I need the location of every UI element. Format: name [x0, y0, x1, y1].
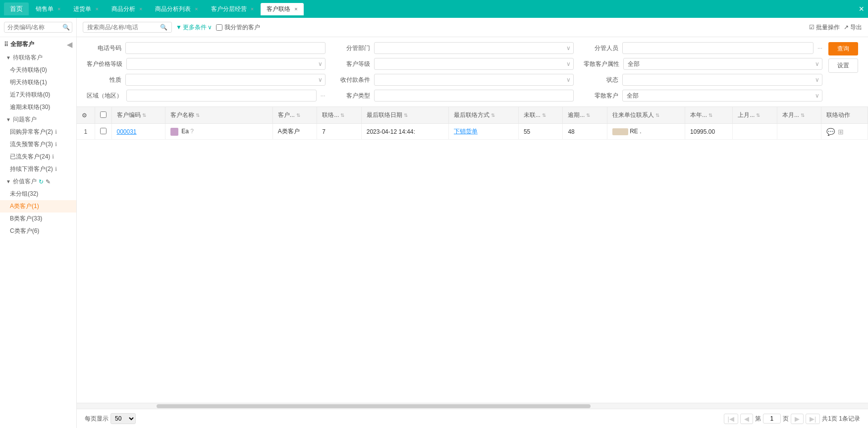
cell-checkbox — [95, 124, 111, 140]
page-label: 第 — [755, 415, 761, 423]
sidebar-item-b-class[interactable]: B类客户(33) — [0, 213, 76, 225]
close-tab-purchase[interactable]: × — [95, 6, 98, 12]
col-action: 联络动作 — [821, 107, 868, 124]
person-input[interactable] — [622, 42, 814, 54]
status-select-wrap: ∨ — [622, 74, 822, 86]
nav-tab-home[interactable]: 首页 — [4, 2, 29, 15]
scroll-thumb[interactable] — [157, 404, 591, 408]
last-page-btn[interactable]: ▶| — [806, 414, 820, 424]
col-this-month: 本月... ⇅ — [777, 107, 821, 124]
sidebar-group-waiting[interactable]: ▼ 待联络客户 — [0, 52, 76, 64]
refresh-icon[interactable]: ↻ — [39, 178, 44, 185]
sidebar-item-lostwarning[interactable]: 流失预警客户(3) ℹ — [0, 138, 76, 151]
retail-customer-select-wrap: 全部 ∨ — [622, 90, 822, 102]
retail-customer-label: 零散客户 — [584, 92, 618, 100]
close-tab-customer-tier[interactable]: × — [251, 6, 254, 12]
cell-last-date: 2023-04-12 14:44: — [361, 124, 448, 140]
bottom-bar: 每页显示 50 100 |◀ ◀ 第 页 ▶ ▶| 共1页 1条记录 — [77, 409, 868, 428]
phone-input[interactable] — [125, 42, 326, 54]
batch-ops-btn[interactable]: ☑ 批量操作 — [809, 23, 840, 32]
edit-icon[interactable]: ✎ — [46, 178, 51, 185]
sort-icon-thismonth: ⇅ — [801, 112, 805, 118]
nav-tab-goods-analysis[interactable]: 商品分析 × — [106, 3, 148, 15]
cell-uncontacted: 55 — [518, 124, 562, 140]
filter-row-4: 区域（地区） ··· 客户类型 零散客户 全部 ∨ — [87, 90, 822, 102]
col-code: 客户编码 ⇅ — [111, 107, 165, 124]
payment-select[interactable] — [374, 74, 574, 86]
retail-customer-select[interactable]: 全部 — [622, 90, 822, 102]
qr-icon[interactable]: ⊞ — [838, 128, 844, 136]
sidebar-item-today[interactable]: 今天待联络(0) — [0, 64, 76, 76]
retail-attr-select[interactable]: 全部 — [623, 58, 822, 70]
filter-search-input[interactable] — [87, 24, 158, 31]
per-page-select[interactable]: 50 100 — [110, 413, 136, 424]
sidebar-item-c-class[interactable]: C类客户(6) — [0, 225, 76, 237]
page-end-label: 页 — [783, 415, 789, 423]
row-checkbox[interactable] — [100, 128, 107, 134]
price-level-select[interactable] — [126, 58, 326, 70]
person-label: 分管人员 — [584, 44, 618, 53]
filter-more-btn[interactable]: ▼ 更多条件 ∨ — [176, 23, 212, 32]
close-tab-goods-analysis[interactable]: × — [139, 6, 142, 12]
checkbox-icon: ☑ — [809, 24, 814, 31]
customer-table: ⚙ 客户编码 ⇅ 客户名称 — [77, 107, 868, 140]
close-window-button[interactable]: × — [859, 4, 864, 14]
query-btn[interactable]: 查询 — [828, 42, 858, 55]
page-input[interactable] — [763, 414, 781, 424]
info-icon-lostwarning: ℹ — [55, 141, 57, 148]
nav-tab-purchase[interactable]: 进货单 × — [67, 3, 104, 15]
chat-icon[interactable]: 💬 — [826, 128, 835, 136]
table-wrap: ⚙ 客户编码 ⇅ 客户名称 — [77, 107, 868, 403]
horizontal-scrollbar[interactable] — [77, 403, 868, 409]
sidebar-item-abnormal[interactable]: 回购异常客户(2) ℹ — [0, 126, 76, 138]
close-tab-customer-contact[interactable]: × — [294, 6, 297, 12]
status-select[interactable] — [622, 74, 822, 86]
filter-action-btns: 查询 设置 — [828, 42, 858, 102]
nature-select[interactable] — [125, 74, 326, 86]
filter-icon: ▼ — [176, 24, 182, 31]
nav-tab-customer-contact[interactable]: 客户联络 × — [261, 3, 303, 15]
area-dots-btn[interactable]: ··· — [321, 92, 326, 99]
export-btn[interactable]: ↗ 导出 — [844, 23, 862, 32]
sidebar-item-unclassified[interactable]: 未分组(32) — [0, 188, 76, 200]
nav-tab-goods-list[interactable]: 商品分析列表 × — [149, 3, 204, 15]
sidebar-all-customers[interactable]: ⠿ 全部客户 ◀ — [0, 37, 76, 52]
dept-select[interactable] — [374, 42, 574, 54]
col-contact-count: 联络... ⇅ — [317, 107, 361, 124]
first-page-btn[interactable]: |◀ — [724, 414, 738, 424]
prev-page-btn[interactable]: ◀ — [740, 414, 753, 424]
sidebar-item-overdue[interactable]: 逾期未联络(30) — [0, 101, 76, 113]
cell-last-method[interactable]: 下销货单 — [448, 124, 518, 140]
sidebar-item-tomorrow[interactable]: 明天待联络(1) — [0, 76, 76, 89]
pagination: |◀ ◀ 第 页 ▶ ▶| 共1页 1条记录 — [724, 414, 860, 424]
sidebar-item-lost[interactable]: 已流失客户(24) ℹ — [0, 151, 76, 163]
setting-btn[interactable]: 设置 — [828, 58, 858, 73]
person-dots-btn[interactable]: ··· — [817, 45, 822, 52]
customer-type-input[interactable] — [374, 90, 574, 102]
my-customers-filter[interactable]: 我分管的客户 — [216, 23, 260, 32]
sidebar-group-problem[interactable]: ▼ 问题客户 — [0, 113, 76, 126]
sidebar-group-value[interactable]: ▼ 价值客户 ↻ ✎ — [0, 175, 76, 188]
filter-right-actions: ☑ 批量操作 ↗ 导出 — [809, 23, 862, 32]
filter-row-2: 客户价格等级 ∨ 客户等级 ∨ — [87, 58, 822, 70]
next-page-btn[interactable]: ▶ — [791, 414, 804, 424]
close-tab-sales[interactable]: × — [57, 6, 60, 12]
col-gear: ⚙ — [77, 107, 95, 124]
cell-contact-person: RE . — [607, 124, 685, 140]
customer-level-select[interactable] — [374, 58, 574, 70]
cell-code[interactable]: 000031 — [111, 124, 165, 140]
cell-name: Ea ? — [165, 124, 272, 140]
sidebar-collapse-btn[interactable]: ◀ — [67, 41, 72, 49]
grid-icon: ⠿ — [4, 41, 8, 48]
my-customers-checkbox[interactable] — [216, 24, 222, 31]
sidebar-item-7days[interactable]: 近7天待联络(0) — [0, 89, 76, 101]
table-gear-icon[interactable]: ⚙ — [82, 112, 87, 119]
sidebar-item-a-class[interactable]: A类客户(1) — [0, 200, 76, 213]
sidebar-item-declining[interactable]: 持续下滑客户(2) ℹ — [0, 163, 76, 175]
close-tab-goods-list[interactable]: × — [195, 6, 198, 12]
select-all-checkbox[interactable] — [100, 111, 107, 118]
area-input[interactable] — [126, 90, 317, 102]
nav-tab-sales[interactable]: 销售单 × — [30, 3, 66, 15]
nav-tab-customer-tier[interactable]: 客户分层经营 × — [205, 3, 260, 15]
nature-label: 性质 — [87, 76, 121, 84]
